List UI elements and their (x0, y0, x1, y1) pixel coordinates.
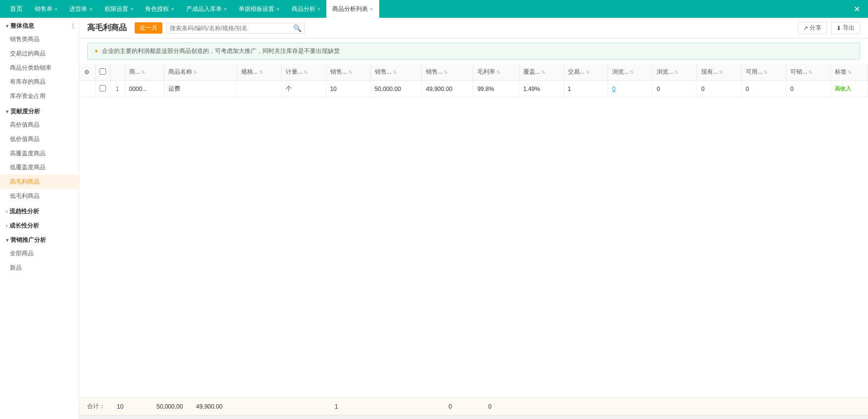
select-all-checkbox[interactable] (100, 68, 106, 75)
col-checkbox[interactable] (95, 64, 110, 81)
sidebar-group-overall[interactable]: ▾ 整体信息 (0, 18, 79, 32)
sort-browse1-icon: ⇅ (630, 69, 634, 75)
close-all-tabs[interactable]: ✕ (850, 4, 864, 14)
search-box: 🔍 (166, 23, 305, 34)
col-sales-amt[interactable]: 销售... ⇅ (370, 64, 422, 81)
sidebar-item-high-coverage[interactable]: 高覆盖度商品 (0, 146, 79, 161)
info-icon: ✦ (94, 47, 99, 55)
col-coverage[interactable]: 覆盖... ⇅ (519, 64, 563, 81)
sidebar-group-trend[interactable]: › 流趋性分析 (0, 203, 79, 218)
nav-template-close[interactable]: × (276, 6, 279, 12)
footer-label: 合计： (87, 402, 105, 411)
cell-name[interactable]: 运费 (164, 81, 237, 97)
table-header-row: ⚙ 商... ⇅ (79, 64, 868, 81)
nav-sales-close[interactable]: × (54, 6, 57, 12)
nav-purchase[interactable]: 进货单 × (63, 0, 98, 18)
col-code[interactable]: 商... ⇅ (125, 64, 164, 81)
sidebar-item-all-goods[interactable]: 全部商品 (0, 246, 79, 261)
sort-sales-amt-icon: ⇅ (393, 69, 397, 75)
cell-checkbox[interactable] (95, 81, 110, 97)
col-gross-rate[interactable]: 毛利率 ⇅ (473, 64, 519, 81)
col-unit[interactable]: 计量... ⇅ (281, 64, 326, 81)
main-layout: 《 ▾ 整体信息 销售类商品 交易过的商品 商品分类助销率 有库存的商品 库存资… (0, 18, 868, 419)
cell-browse1[interactable]: 0 (608, 81, 653, 97)
sidebar-item-category-rate[interactable]: 商品分类助销率 (0, 61, 79, 75)
col-spec[interactable]: 规格... ⇅ (237, 64, 281, 81)
horizontal-scrollbar[interactable] (79, 415, 868, 419)
cell-code[interactable]: 0000... (125, 81, 164, 97)
nav-product-in[interactable]: 产成品入库单 × (180, 0, 233, 18)
nav-sales[interactable]: 销售单 × (29, 0, 63, 18)
sidebar-group-contribution[interactable]: ▾ 贡献度分析 (0, 103, 79, 118)
sidebar-item-stock-capital[interactable]: 库存资金占用 (0, 89, 79, 103)
row-checkbox[interactable] (100, 85, 106, 92)
data-table: ⚙ 商... ⇅ (79, 64, 868, 97)
cell-browse2: 0 (653, 81, 697, 97)
nav-home[interactable]: 首页 (4, 0, 29, 18)
nav-role[interactable]: 角色授权 × (139, 0, 180, 18)
col-name[interactable]: 商品名称 ⇅ (164, 64, 237, 81)
sidebar-group-marketing[interactable]: ▾ 营销推广分析 (0, 232, 79, 246)
cell-avail2: 0 (742, 81, 786, 97)
sidebar-collapse-button[interactable]: 《 (68, 22, 75, 31)
col-browse2[interactable]: 浏览... ⇅ (653, 64, 697, 81)
sidebar-item-traded-goods[interactable]: 交易过的商品 (0, 47, 79, 61)
arrow-contribution: ▾ (6, 109, 8, 114)
sort-code-icon: ⇅ (141, 69, 145, 75)
nav-purchase-close[interactable]: × (89, 6, 92, 12)
sidebar-item-low-value[interactable]: 低价值商品 (0, 132, 79, 146)
nav-permission[interactable]: 权限设置 × (99, 0, 139, 18)
search-input[interactable] (170, 25, 293, 32)
export-icon: ⬇ (836, 25, 841, 32)
cell-spec (237, 81, 281, 97)
cell-settings (79, 81, 95, 97)
col-browse1[interactable]: 浏览... ⇅ (608, 64, 653, 81)
sidebar-item-sales-goods[interactable]: 销售类商品 (0, 32, 79, 47)
col-tag[interactable]: 标签 ⇅ (830, 64, 868, 81)
content-header: 高毛利商品 近一月 🔍 ↗ 分享 ⬇ 导出 (79, 18, 868, 39)
cell-sales-cost: 49,900.00 (422, 81, 473, 97)
table-row: 1 0000... 运费 个 10 50,000.00 49,900.00 99… (79, 81, 868, 97)
col-saleable[interactable]: 可销... ⇅ (786, 64, 830, 81)
sidebar-item-new-goods[interactable]: 新品 (0, 261, 79, 275)
nav-analysis-close[interactable]: × (317, 6, 320, 12)
nav-analysis-list-close[interactable]: × (370, 6, 373, 12)
settings-icon[interactable]: ⚙ (84, 69, 90, 76)
cell-trade: 1 (563, 81, 608, 97)
sidebar-group-growth[interactable]: › 成长性分析 (0, 218, 79, 232)
sort-saleable-icon: ⇅ (808, 69, 812, 75)
sidebar-item-low-coverage[interactable]: 低覆盖度商品 (0, 160, 79, 175)
col-sales-qty[interactable]: 销售... ⇅ (326, 64, 370, 81)
col-settings[interactable]: ⚙ (79, 64, 95, 81)
nav-product-analysis[interactable]: 商品分析 × (286, 0, 326, 18)
sort-tag-icon: ⇅ (848, 69, 852, 75)
header-actions: ↗ 分享 ⬇ 导出 (798, 22, 860, 34)
cell-unit: 个 (281, 81, 326, 97)
sidebar-item-high-margin[interactable]: 高毛利商品 (0, 175, 79, 189)
nav-product-analysis-list[interactable]: 商品分析列表 × (326, 0, 379, 18)
nav-template[interactable]: 单据模板设置 × (233, 0, 285, 18)
arrow-growth: › (6, 223, 7, 229)
top-nav-bar: 首页 销售单 × 进货单 × 权限设置 × 角色授权 × 产成品入库单 × 单据… (0, 0, 868, 18)
share-button[interactable]: ↗ 分享 (798, 22, 827, 34)
sidebar-item-stock-goods[interactable]: 有库存的商品 (0, 75, 79, 89)
footer-sales-cost: 49,900.00 (192, 403, 232, 410)
cell-sales-qty: 10 (326, 81, 370, 97)
col-avail1[interactable]: 现有... ⇅ (697, 64, 742, 81)
col-trade[interactable]: 交易... ⇅ (563, 64, 608, 81)
sidebar-item-low-margin[interactable]: 低毛利商品 (0, 189, 79, 203)
export-button[interactable]: ⬇ 导出 (831, 22, 860, 34)
col-sales-cost[interactable]: 销售... ⇅ (422, 64, 473, 81)
sort-spec-icon: ⇅ (259, 69, 263, 75)
filter-period-button[interactable]: 近一月 (135, 22, 162, 34)
sort-trade-icon: ⇅ (586, 69, 590, 75)
table-container[interactable]: ⚙ 商... ⇅ (79, 64, 868, 397)
sidebar-item-high-value[interactable]: 高价值商品 (0, 118, 79, 132)
col-avail2[interactable]: 可用... ⇅ (742, 64, 786, 81)
nav-role-close[interactable]: × (171, 6, 174, 12)
cell-coverage: 1.49% (519, 81, 563, 97)
nav-product-in-close[interactable]: × (224, 6, 227, 12)
nav-permission-close[interactable]: × (130, 6, 133, 12)
sort-sales-qty-icon: ⇅ (348, 69, 352, 75)
search-icon[interactable]: 🔍 (293, 24, 302, 32)
